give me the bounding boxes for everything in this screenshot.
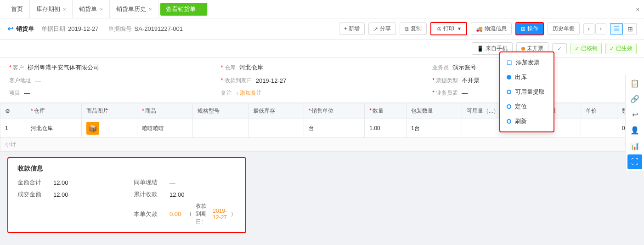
available-qty-item[interactable]: 可用量提取 [500, 85, 554, 99]
customer-value: 柳州粤港平安气体有限公司 [28, 63, 99, 72]
print-button[interactable]: 🖨 打印 ▼ [430, 22, 467, 35]
salesperson2-label: 业务员孟 [432, 89, 458, 97]
close-sales-tab[interactable]: × [100, 6, 102, 12]
same-bill-value: — [169, 179, 175, 186]
customer-field: 客户 柳州粤港平安气体有限公司 [9, 63, 212, 72]
sold-out-icon: ✓ [575, 46, 579, 52]
window-close-button[interactable]: × [636, 6, 639, 12]
deal-amount-value: 12.00 [53, 191, 68, 198]
operations-button[interactable]: ⊞ 操作 [515, 22, 544, 35]
total-amount-value: 12.00 [53, 179, 68, 186]
due-date-label: 收款到期日 [221, 77, 252, 85]
close-sales-history-tab[interactable]: × [149, 6, 152, 12]
owed-close-paren: ） [231, 210, 236, 218]
logistics-icon: 🚚 [476, 26, 483, 32]
copy-icon: ⧉ [405, 26, 409, 32]
new-button[interactable]: + 新增 [339, 23, 365, 35]
history-button[interactable]: 历史单据 [548, 23, 580, 35]
refresh-item[interactable]: 刷新 [500, 114, 554, 129]
total-amount-field: 金额合计 12.00 [17, 178, 120, 187]
row-product: 嘻嘻嘻嘻 [137, 119, 192, 138]
total-amount-label: 金额合计 [17, 178, 50, 187]
next-arrow[interactable]: › [595, 23, 606, 34]
close-inventory-tab[interactable]: × [63, 6, 66, 12]
subtotal-label: 小计 [0, 138, 644, 152]
tab-sales-history[interactable]: 销货单历史 × [110, 0, 158, 18]
row-seq: 1 [0, 119, 26, 138]
tab-sales[interactable]: 销货单 × [73, 0, 109, 18]
col-settings[interactable]: ⚙ [0, 103, 26, 119]
share-button[interactable]: ↗ 分享 [368, 23, 396, 35]
not-open-dot [521, 47, 525, 51]
col-img: 商品图片 [82, 103, 137, 119]
col-min-stock: 最低库存 [248, 103, 304, 119]
close-view-sales-tab[interactable]: × [198, 6, 201, 12]
sold-out-badge: ✓ 已核销 [571, 43, 602, 54]
doc-actions: + 新增 ↗ 分享 ⧉ 复制 🖨 打印 ▼ 🚚 物流信息 ⊞ 操作 [339, 22, 637, 35]
tab-view-sales[interactable]: 查看销货单 × [160, 3, 207, 16]
row-price [581, 119, 617, 138]
add-invoice-icon: ☐ [507, 59, 512, 66]
row-spec [192, 119, 248, 138]
add-note-button[interactable]: + 添加备注 [236, 89, 262, 97]
doc-header: ↩ 销货单 单据日期 2019-12-27 单据编号 SA-20191227-0… [0, 18, 644, 40]
salesperson-label: 业务员 [432, 64, 449, 72]
deal-amount-label: 成交金额 [17, 190, 50, 199]
print-icon: 🖨 [436, 26, 441, 32]
tab-home[interactable]: 首页 [4, 0, 30, 18]
sidebar-icon-chart[interactable]: 📊 [627, 139, 642, 154]
copy-button[interactable]: ⧉ 复制 [400, 23, 427, 35]
add-invoice-item[interactable]: ☐ 添加发票 [500, 55, 554, 70]
col-qty: *数量 [365, 103, 407, 119]
due-date-display: 2019-12-27 [213, 208, 227, 221]
list-view-btn[interactable]: ☰ [610, 23, 623, 34]
address-label: 客户地址 [9, 77, 31, 85]
project-label: 项目 [9, 89, 20, 97]
available-qty-icon [507, 90, 511, 94]
warehouse-field: 仓库 河北仓库 [221, 63, 424, 72]
prev-arrow[interactable]: ‹ [583, 23, 594, 34]
owed-value: 0.00 [169, 211, 181, 217]
doc-meta: 单据日期 2019-12-27 单据编号 SA-20191227-001 [41, 25, 332, 33]
print-dropdown-arrow[interactable]: ▼ [457, 26, 462, 31]
refresh-icon [507, 119, 511, 124]
sidebar-icon-return[interactable]: ↩ [627, 108, 642, 122]
out-warehouse-item[interactable]: 出库 [500, 70, 554, 85]
cumulative-field: 累计收款 12.00 [134, 190, 236, 199]
sidebar-icon-document[interactable]: 📋 [627, 76, 642, 91]
col-unit: *销售单位 [304, 103, 365, 119]
sidebar-icon-link[interactable]: 🔗 [627, 92, 642, 107]
same-bill-label: 同单现结 [134, 178, 166, 187]
doc-icon: ↩ [7, 24, 13, 33]
check-icon: ✓ [557, 46, 562, 52]
row-pack-qty: 1台 [406, 119, 462, 138]
row-warehouse: 河北仓库 [26, 119, 82, 138]
owed-note: （ [186, 210, 192, 218]
row-unit: 台 [304, 119, 365, 138]
due-note: 收款到期日: [196, 202, 207, 226]
subtotal-row: 小计 [0, 138, 644, 152]
add-note-icon: + [236, 90, 239, 97]
customer-label: 客户 [9, 64, 24, 72]
locate-item[interactable]: 定位 [500, 99, 554, 114]
phone-icon: 📱 [477, 46, 484, 52]
note-label: 备注 [221, 89, 232, 97]
warehouse-value: 河北仓库 [239, 63, 263, 72]
address-value: — [35, 77, 41, 84]
locate-icon [507, 104, 511, 109]
due-date-field: 收款到期日 2019-12-27 [221, 76, 424, 85]
invoice-value: 不开票 [462, 76, 480, 85]
nav-arrows: ‹ › [583, 23, 606, 34]
share-icon: ↗ [373, 26, 378, 32]
tab-inventory[interactable]: 库存期初 × [30, 0, 73, 18]
col-price: 单价 [581, 103, 617, 119]
col-pack-qty: 包装数量 [406, 103, 462, 119]
summary-grid: 金额合计 12.00 同单现结 — 成交金额 12.00 累计收款 12.00 … [17, 178, 236, 226]
cumulative-label: 累计收款 [134, 190, 166, 199]
sidebar-icon-expand[interactable]: ⛶ [627, 154, 642, 169]
row-img: 📦 [82, 119, 137, 138]
logistics-button[interactable]: 🚚 物流信息 [471, 23, 512, 35]
sidebar-icon-user[interactable]: 👤 [627, 123, 642, 138]
grid-view-btn[interactable]: ⊞ [624, 23, 637, 34]
project-value: — [24, 90, 30, 97]
